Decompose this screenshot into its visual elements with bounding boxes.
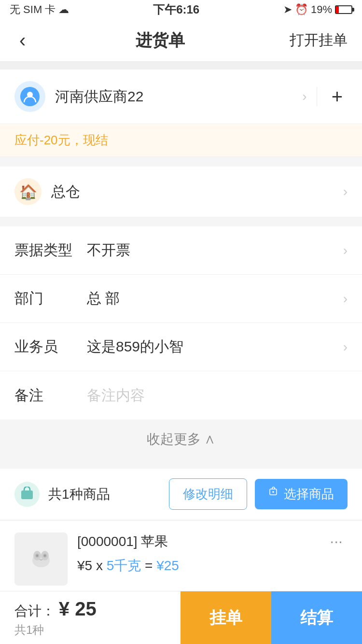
dept-value: 总 部 — [77, 289, 343, 308]
svg-rect-1 — [21, 490, 33, 499]
footer-bar: 合计： ¥ 25 共1种 挂单 结算 — [0, 591, 362, 644]
top-divider — [0, 62, 362, 70]
status-time: 下午6:16 — [153, 2, 199, 17]
invoice-row[interactable]: 票据类型 不开票 › — [0, 226, 362, 275]
invoice-label: 票据类型 — [14, 240, 77, 260]
settle-button[interactable]: 结算 — [271, 591, 362, 644]
product-count-text: 共1种商品 — [48, 485, 169, 504]
house-icon: 🏠 — [19, 183, 37, 200]
location-icon: ➤ — [283, 3, 292, 16]
gap2 — [0, 217, 362, 226]
status-left: 无 SIM 卡 ☁ — [10, 2, 69, 17]
dept-label: 部门 — [14, 289, 77, 308]
supplier-chevron-icon: › — [302, 89, 306, 104]
select-product-button[interactable]: 选择商品 — [255, 479, 348, 509]
supplier-name: 河南供应商22 — [55, 87, 302, 107]
product-count-icon — [14, 482, 40, 507]
gap1 — [0, 157, 362, 167]
footer-total: 合计： ¥ 25 共1种 — [0, 598, 181, 638]
remark-row[interactable]: 备注 备注内容 — [0, 371, 362, 420]
gap3 — [0, 459, 362, 469]
hang-button[interactable]: 挂单 — [181, 591, 271, 644]
warehouse-row[interactable]: 🏠 总仓 › — [0, 167, 362, 217]
product-total: ¥25 — [156, 558, 179, 573]
product-item: [0000001] 苹果 ¥5 x 5千克 = ¥25 ··· — [0, 520, 362, 597]
dept-row[interactable]: 部门 总 部 › — [0, 275, 362, 323]
remark-input[interactable]: 备注内容 — [77, 386, 348, 406]
page-title: 进货单 — [136, 29, 185, 52]
supplier-divider — [317, 87, 317, 106]
supplier-section: 河南供应商22 › + 应付-20元，现结 — [0, 70, 362, 157]
footer-total-sub: 共1种 — [14, 622, 166, 638]
cart-icon — [268, 487, 280, 502]
dept-chevron-icon: › — [343, 291, 348, 307]
warehouse-section: 🏠 总仓 › — [0, 167, 362, 217]
supplier-row[interactable]: 河南供应商22 › + — [0, 70, 362, 124]
add-button[interactable]: + — [327, 86, 348, 108]
product-info: [0000001] 苹果 ¥5 x 5千克 = ¥25 — [77, 532, 325, 575]
open-pending-button[interactable]: 打开挂单 — [290, 30, 348, 50]
product-quantity: 5千克 — [107, 558, 141, 573]
form-section: 票据类型 不开票 › 部门 总 部 › 业务员 这是859的小智 › 备注 备注… — [0, 226, 362, 420]
product-header: 共1种商品 修改明细 选择商品 — [0, 469, 362, 519]
product-thumbnail — [14, 532, 68, 586]
footer-total-label: 合计： — [14, 603, 55, 618]
owl-icon — [27, 542, 56, 576]
product-code: [0000001] — [77, 534, 138, 549]
invoice-value: 不开票 — [77, 240, 343, 260]
product-price-row: ¥5 x 5千克 = ¥25 — [77, 557, 325, 575]
back-button[interactable]: ‹ — [14, 25, 30, 56]
svg-point-10 — [36, 555, 38, 557]
status-bar: 无 SIM 卡 ☁ 下午6:16 ➤ ⏰ 19% — [0, 0, 362, 19]
warehouse-name: 总仓 — [51, 182, 343, 202]
salesperson-chevron-icon: › — [343, 339, 348, 355]
collapse-bar[interactable]: 收起更多 ∧ — [0, 420, 362, 459]
warehouse-icon: 🏠 — [14, 178, 42, 205]
salesperson-row[interactable]: 业务员 这是859的小智 › — [0, 323, 362, 371]
product-more-button[interactable]: ··· — [325, 532, 348, 550]
alarm-icon: ⏰ — [295, 3, 308, 16]
battery-text: 19% — [311, 3, 332, 16]
notice-bar: 应付-20元，现结 — [0, 124, 362, 157]
warehouse-chevron-icon: › — [343, 184, 348, 199]
product-price: ¥5 — [77, 558, 92, 573]
edit-detail-button[interactable]: 修改明细 — [169, 478, 247, 510]
footer-total-amount: ¥ 25 — [59, 598, 97, 619]
avatar-icon — [20, 87, 40, 106]
product-name: [0000001] 苹果 — [77, 532, 325, 551]
product-title: 苹果 — [141, 534, 168, 549]
supplier-avatar — [14, 81, 45, 112]
battery-icon — [335, 5, 352, 14]
nav-bar: ‹ 进货单 打开挂单 — [0, 19, 362, 62]
signal-text: 无 SIM 卡 ☁ — [10, 2, 69, 17]
salesperson-label: 业务员 — [14, 337, 77, 357]
svg-point-11 — [44, 555, 46, 557]
invoice-chevron-icon: › — [343, 243, 348, 258]
status-right: ➤ ⏰ 19% — [283, 3, 352, 16]
remark-label: 备注 — [14, 386, 77, 406]
select-product-label: 选择商品 — [284, 486, 334, 503]
equals-icon: = — [145, 558, 156, 573]
multiply-icon: x — [96, 558, 107, 573]
salesperson-value: 这是859的小智 — [77, 337, 343, 357]
